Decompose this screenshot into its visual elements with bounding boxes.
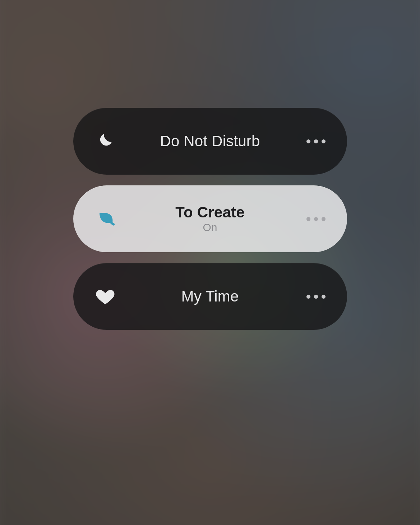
more-options-button[interactable] bbox=[300, 295, 326, 299]
focus-mode-do-not-disturb[interactable]: Do Not Disturb bbox=[73, 108, 347, 175]
focus-mode-label-group: Do Not Disturb bbox=[120, 133, 300, 149]
heart-icon bbox=[95, 286, 120, 307]
ellipsis-icon bbox=[306, 139, 326, 143]
moon-icon bbox=[95, 132, 120, 151]
ellipsis-icon bbox=[306, 217, 326, 221]
focus-mode-my-time[interactable]: My Time bbox=[73, 263, 347, 330]
focus-mode-status: On bbox=[203, 221, 217, 234]
leaf-icon bbox=[95, 208, 120, 230]
more-options-button[interactable] bbox=[300, 139, 326, 143]
more-options-button[interactable] bbox=[300, 217, 326, 221]
focus-mode-to-create[interactable]: To Create On bbox=[73, 185, 347, 252]
focus-mode-list: Do Not Disturb To Create On bbox=[73, 108, 347, 330]
focus-mode-title: My Time bbox=[181, 288, 239, 305]
focus-mode-label-group: My Time bbox=[120, 288, 300, 305]
focus-mode-title: To Create bbox=[175, 204, 244, 221]
ellipsis-icon bbox=[306, 295, 326, 299]
focus-mode-label-group: To Create On bbox=[120, 204, 300, 234]
focus-mode-title: Do Not Disturb bbox=[160, 133, 260, 149]
